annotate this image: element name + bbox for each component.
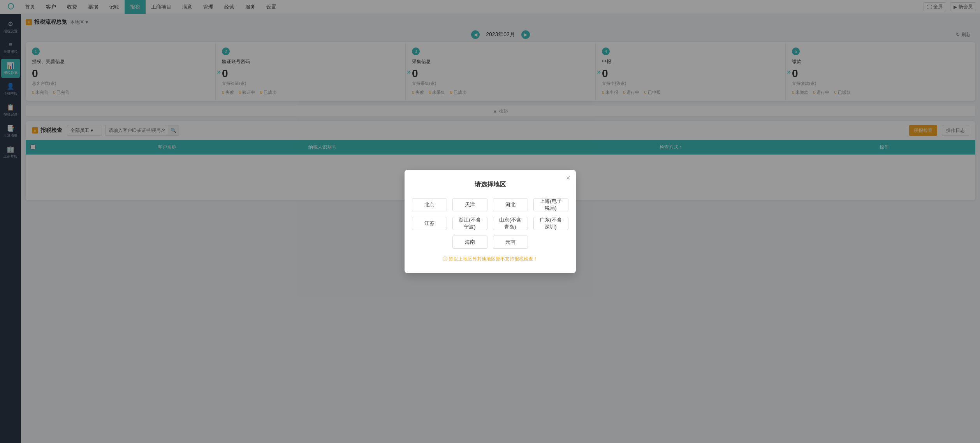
region-grid: 北京天津河北上海(电子税局)江苏浙江(不含宁波)山东(不含青岛)广东(不含深圳)…: [417, 198, 563, 249]
modal-warning: ⓘ 除以上地区外其他地区暂不支持报税检查！: [417, 256, 563, 262]
modal-overlay[interactable]: × 请选择地区 北京天津河北上海(电子税局)江苏浙江(不含宁波)山东(不含青岛)…: [0, 0, 980, 443]
region-select-modal: × 请选择地区 北京天津河北上海(电子税局)江苏浙江(不含宁波)山东(不含青岛)…: [405, 170, 576, 273]
region-row-0: 北京天津河北上海(电子税局): [417, 198, 563, 211]
region-button-江苏[interactable]: 江苏: [412, 217, 447, 230]
region-button-云南[interactable]: 云南: [493, 236, 528, 249]
region-button-广东(不含深圳)[interactable]: 广东(不含深圳): [533, 217, 568, 230]
modal-close-button[interactable]: ×: [566, 174, 570, 181]
region-button-浙江(不含宁波)[interactable]: 浙江(不含宁波): [452, 217, 487, 230]
region-row-2: 海南云南: [417, 236, 563, 249]
warning-icon: ⓘ: [443, 256, 447, 262]
region-button-北京[interactable]: 北京: [412, 198, 447, 211]
region-button-海南[interactable]: 海南: [452, 236, 487, 249]
warning-text: 除以上地区外其他地区暂不支持报税检查！: [449, 256, 538, 262]
region-button-上海(电子税局)[interactable]: 上海(电子税局): [533, 198, 568, 211]
modal-title: 请选择地区: [417, 181, 563, 189]
region-button-山东(不含青岛)[interactable]: 山东(不含青岛): [493, 217, 528, 230]
region-row-1: 江苏浙江(不含宁波)山东(不含青岛)广东(不含深圳): [417, 217, 563, 230]
region-button-河北[interactable]: 河北: [493, 198, 528, 211]
region-button-天津[interactable]: 天津: [452, 198, 487, 211]
